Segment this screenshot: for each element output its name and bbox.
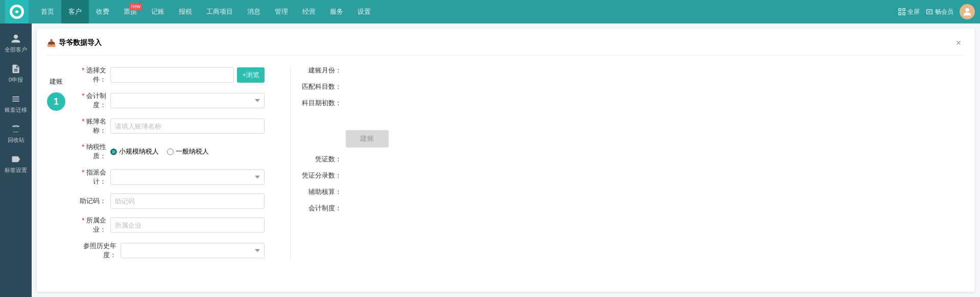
tax-option2-radio[interactable]	[167, 148, 174, 155]
logo-icon	[10, 5, 24, 19]
form-container: 建账 1 选择文件： +浏览	[47, 66, 965, 260]
form-right: 建账月份： 匹配科目数： 科目期初数： 建账 凭证	[301, 66, 434, 260]
ledger-name-input[interactable]	[110, 118, 265, 134]
match-subjects-row: 匹配科目数：	[301, 82, 434, 91]
top-nav: 首页 客户 收费 票据 new 记账 报税 工商项目 消息 管理 经营 服务 设…	[0, 0, 980, 23]
nav-items: 首页 客户 收费 票据 new 记账 报税 工商项目 消息 管理 经营 服务 设…	[34, 0, 898, 23]
accounting-system-select[interactable]	[110, 93, 265, 108]
tax-type-radio-group: 小规模纳税人 一般纳税人	[110, 147, 209, 156]
right-accounting-system-label: 会计制度：	[301, 204, 342, 213]
dialog-header: 📥 导爷数据导入 ×	[47, 37, 965, 56]
tax-option1-label[interactable]: 小规模纳税人	[110, 147, 159, 156]
tax-option1-radio[interactable]	[110, 148, 117, 155]
file-label: 选择文件：	[70, 66, 106, 84]
dialog-title-text: 导爷数据导入	[59, 38, 102, 47]
tax-option2-text: 一般纳税人	[176, 147, 209, 156]
sidebar-item-all-customers[interactable]: 全部客户	[0, 29, 32, 59]
voucher-entries-label: 凭证分录数：	[301, 171, 342, 180]
right-accounting-system-row: 会计制度：	[301, 204, 434, 213]
logo-area[interactable]	[5, 0, 29, 23]
ledger-name-label: 账簿名称：	[70, 117, 106, 135]
initial-subjects-label: 科目期初数：	[301, 98, 342, 108]
sidebar-label-all-customers: 全部客户	[5, 46, 27, 54]
new-badge: new	[130, 3, 142, 10]
nav-item-service[interactable]: 服务	[323, 0, 350, 23]
svg-rect-5	[927, 10, 933, 14]
reference-year-select[interactable]	[121, 243, 265, 258]
nav-right: 全屏 畅会员	[898, 4, 975, 19]
file-input[interactable]	[110, 67, 234, 83]
sidebar-item-zero-declaration[interactable]: 0申报	[0, 59, 32, 89]
member-btn[interactable]: 畅会员	[926, 8, 953, 16]
import-icon: 📥	[47, 39, 56, 47]
nav-item-settings[interactable]: 设置	[350, 0, 378, 23]
step-badge: 1	[47, 92, 65, 111]
affiliated-company-input[interactable]	[110, 217, 265, 233]
assigned-accountant-label: 指派会计：	[70, 168, 106, 186]
tax-type-row: 纳税性质： 小规模纳税人 一般纳税人	[70, 142, 265, 161]
sidebar: 全部客户 0申报 账套迁移 回收站 标签设置	[0, 23, 32, 297]
svg-rect-3	[899, 13, 901, 15]
form-fields: 选择文件： +浏览 会计制度：	[70, 66, 265, 260]
nav-item-billing[interactable]: 收费	[89, 0, 116, 23]
reference-year-row: 参照历史年度：	[70, 241, 265, 260]
initial-subjects-row: 科目期初数：	[301, 98, 434, 108]
sidebar-item-recycle[interactable]: 回收站	[0, 119, 32, 149]
nav-item-message[interactable]: 消息	[240, 0, 268, 23]
form-divider	[290, 66, 291, 260]
sidebar-label-label-settings: 标签设置	[5, 166, 27, 174]
affiliated-company-row: 所属企业：	[70, 216, 265, 234]
building-month-label: 建账月份：	[301, 66, 342, 75]
voucher-entries-row: 凭证分录数：	[301, 171, 434, 180]
accounting-system-row: 会计制度：	[70, 91, 265, 110]
tax-option2-label[interactable]: 一般纳税人	[167, 147, 209, 156]
dialog-title: 📥 导爷数据导入	[47, 38, 102, 47]
create-account-button[interactable]: 建账	[346, 130, 389, 147]
reference-year-label: 参照历史年度：	[70, 241, 116, 260]
nav-item-home[interactable]: 首页	[34, 0, 61, 23]
svg-point-6	[965, 8, 969, 12]
fullscreen-btn[interactable]: 全屏	[898, 8, 920, 16]
form-left: 建账 1 选择文件： +浏览	[47, 66, 280, 260]
close-button[interactable]: ×	[952, 37, 965, 49]
nav-item-manage[interactable]: 管理	[268, 0, 295, 23]
sidebar-label-zero-declaration: 0申报	[9, 76, 23, 84]
memo-code-input[interactable]	[110, 193, 265, 209]
assigned-accountant-select[interactable]	[110, 169, 265, 185]
vouchers-label: 凭证数：	[301, 155, 342, 164]
layout: 全部客户 0申报 账套迁移 回收站 标签设置 📥 导爷数据导入	[0, 23, 980, 297]
assigned-accountant-row: 指派会计：	[70, 168, 265, 186]
step-label: 建账	[50, 77, 63, 86]
memo-code-label: 助记码：	[70, 196, 106, 206]
sidebar-item-label-settings[interactable]: 标签设置	[0, 149, 32, 179]
affiliated-company-label: 所属企业：	[70, 216, 106, 234]
fullscreen-label: 全屏	[907, 8, 920, 16]
accounting-system-label: 会计制度：	[70, 91, 106, 110]
nav-item-operation[interactable]: 经营	[295, 0, 323, 23]
sidebar-label-account-migration: 账套迁移	[5, 106, 27, 114]
nav-item-tax[interactable]: 报税	[172, 0, 199, 23]
ledger-name-row: 账簿名称：	[70, 117, 265, 135]
sidebar-label-recycle: 回收站	[8, 136, 25, 144]
svg-rect-4	[903, 13, 905, 15]
member-label: 畅会员	[935, 8, 953, 16]
auxiliary-label: 辅助核算：	[301, 187, 342, 196]
avatar[interactable]	[960, 4, 975, 19]
tax-option1-text: 小规模纳税人	[119, 147, 159, 156]
nav-item-business[interactable]: 工商项目	[199, 0, 240, 23]
match-subjects-label: 匹配科目数：	[301, 82, 342, 91]
browse-button[interactable]: +浏览	[237, 67, 265, 83]
vouchers-row: 凭证数：	[301, 155, 434, 164]
svg-rect-1	[899, 9, 901, 11]
memo-code-row: 助记码：	[70, 193, 265, 209]
nav-item-customer[interactable]: 客户	[61, 0, 89, 23]
building-month-row: 建账月份：	[301, 66, 434, 75]
main-content: 📥 导爷数据导入 × 建账 1	[32, 23, 980, 297]
nav-item-invoice[interactable]: 票据 new	[116, 0, 144, 23]
nav-item-bookkeeping[interactable]: 记账	[144, 0, 172, 23]
svg-rect-2	[903, 9, 905, 11]
file-select-row: 选择文件： +浏览	[70, 66, 265, 84]
sidebar-item-account-migration[interactable]: 账套迁移	[0, 89, 32, 119]
auxiliary-row: 辅助核算：	[301, 187, 434, 196]
tax-type-label: 纳税性质：	[70, 142, 106, 161]
